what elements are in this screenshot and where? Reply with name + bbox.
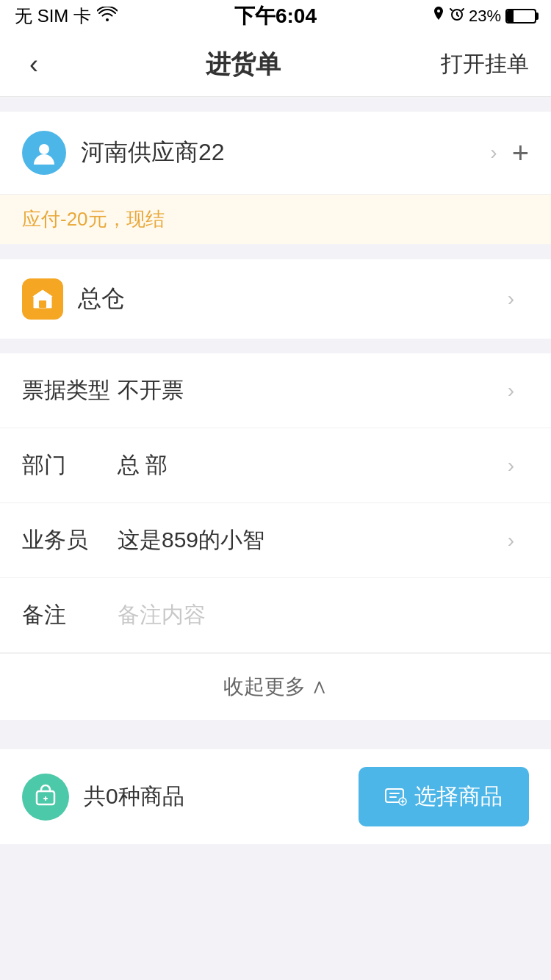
supplier-row[interactable]: 河南供应商22 › + (0, 112, 551, 195)
department-chevron-icon: › (508, 454, 514, 478)
form-row-invoice[interactable]: 票据类型 不开票 › (0, 353, 551, 428)
notice-text: 应付-20元，现结 (22, 208, 165, 230)
warehouse-icon (22, 278, 63, 320)
department-value: 总 部 (118, 450, 508, 480)
form-row-salesperson[interactable]: 业务员 这是859的小智 › (0, 503, 551, 578)
location-icon (432, 7, 445, 26)
section-gap-4 (0, 720, 551, 735)
warehouse-label: 总仓 (78, 283, 508, 315)
product-count: 共0种商品 (84, 782, 359, 812)
warehouse-chevron-icon: › (508, 287, 514, 311)
form-section: 票据类型 不开票 › 部门 总 部 › 业务员 这是859的小智 › 备注 备注… (0, 353, 551, 720)
collapse-label: 收起更多 ∧ (223, 675, 328, 698)
collapse-button[interactable]: 收起更多 ∧ (0, 653, 551, 720)
form-row-remark[interactable]: 备注 备注内容 (0, 578, 551, 653)
nav-bar: ‹ 进货单 打开挂单 (0, 32, 551, 97)
invoice-chevron-icon: › (508, 379, 514, 403)
battery-icon (505, 9, 536, 24)
salesperson-label: 业务员 (22, 525, 118, 555)
invoice-label: 票据类型 (22, 375, 118, 406)
svg-point-1 (39, 144, 49, 154)
select-product-label: 选择商品 (414, 782, 503, 812)
alarm-icon (450, 7, 464, 26)
supplier-chevron-icon: › (490, 141, 497, 165)
remark-label: 备注 (22, 600, 118, 630)
department-label: 部门 (22, 450, 118, 480)
salesperson-chevron-icon: › (508, 529, 514, 552)
section-gap-3 (0, 339, 551, 353)
status-bar: 无 SIM 卡 下午6:04 23% (0, 0, 551, 32)
status-left: 无 SIM 卡 (15, 4, 118, 28)
svg-rect-2 (39, 300, 46, 308)
open-pending-button[interactable]: 打开挂单 (441, 49, 529, 79)
supplier-section: 河南供应商22 › + 应付-20元，现结 (0, 112, 551, 245)
status-right: 23% (432, 7, 536, 26)
warehouse-row[interactable]: 总仓 › (0, 259, 551, 339)
supplier-avatar (22, 131, 66, 175)
battery-percentage: 23% (469, 7, 501, 26)
product-bar: 共0种商品 选择商品 (0, 749, 551, 844)
supplier-name: 河南供应商22 (81, 137, 490, 169)
status-time: 下午6:04 (234, 2, 317, 30)
section-gap-1 (0, 97, 551, 112)
notice-bar: 应付-20元，现结 (0, 195, 551, 245)
warehouse-section: 总仓 › (0, 259, 551, 339)
salesperson-value: 这是859的小智 (118, 525, 508, 555)
back-button[interactable]: ‹ (22, 42, 46, 87)
remark-input[interactable]: 备注内容 (118, 600, 529, 630)
background-rest (0, 844, 551, 980)
section-gap-2 (0, 245, 551, 259)
add-icon[interactable]: + (512, 137, 529, 170)
carrier-text: 无 SIM 卡 (15, 4, 91, 28)
product-icon (22, 774, 69, 821)
select-product-button[interactable]: 选择商品 (359, 767, 529, 826)
invoice-value: 不开票 (118, 375, 508, 406)
wifi-icon (97, 7, 118, 26)
form-row-department[interactable]: 部门 总 部 › (0, 428, 551, 503)
page-title: 进货单 (206, 48, 281, 82)
